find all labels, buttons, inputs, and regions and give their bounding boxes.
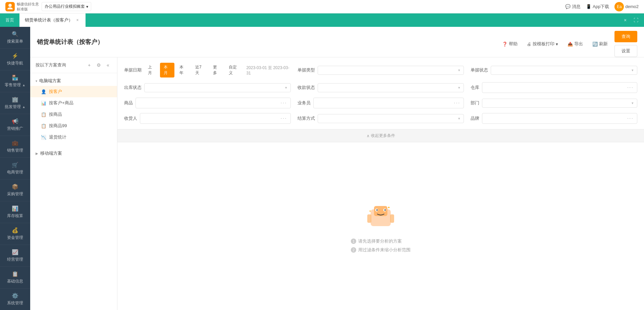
payment-label: 结算方式	[298, 115, 315, 121]
filter-date: 单据日期 上月 本月 本年 近7天 更多 自定义 20	[124, 63, 291, 78]
company-selector[interactable]: 办公用品行业模拟账套 ▾	[42, 2, 91, 11]
marketing-icon: 📢	[12, 118, 18, 124]
dept-label: 部门	[471, 100, 479, 106]
date-tab-this-month[interactable]: 本月	[160, 63, 174, 78]
date-range: 2023-03-01 至 2023-03-31	[246, 65, 290, 75]
filter-row-3: 商品 ··· 业务员 ···	[124, 98, 637, 108]
date-tab-more[interactable]: 更多	[209, 63, 224, 78]
collapse-bar[interactable]: ∧ 收起更多条件	[117, 130, 644, 142]
refresh-button[interactable]: 🔄 刷新	[590, 40, 610, 48]
filter-payment: 结算方式 ▾	[298, 114, 464, 123]
main-layout: 🔍 搜索菜单 ⚡ 快捷导航 🏪 零售管理 ▲ 🏢 批发管理 ▲ 📢 营销推广	[0, 27, 644, 310]
template-print-button[interactable]: 🖨 按模板打印 ▾	[524, 40, 561, 48]
left-panel-header: 按以下方案查询 + ⚙ «	[30, 57, 117, 73]
customer-icon: 👤	[41, 89, 46, 94]
receipt-status-label: 收款状态	[298, 85, 315, 91]
help-button[interactable]: ❓ 帮助	[499, 40, 520, 48]
empty-icon: ✦ ✦	[364, 199, 397, 233]
logo-area: 畅捷信好生意 标准版	[5, 2, 39, 11]
date-tab-last-7[interactable]: 近7天	[192, 63, 208, 78]
receiver-input[interactable]: ···	[140, 113, 291, 124]
logo-icon	[5, 2, 15, 11]
window-expand-button[interactable]: ⛶	[632, 16, 640, 24]
query-button[interactable]: 查询	[614, 31, 637, 42]
sidebar-item-operation[interactable]: 📈 经营管理	[0, 245, 30, 267]
add-scheme-button[interactable]: +	[86, 61, 93, 69]
date-tab-last-month[interactable]: 上月	[144, 63, 159, 78]
scheme-settings-button[interactable]: ⚙	[95, 61, 102, 69]
warehouse-dots: ···	[627, 85, 634, 91]
empty-state: ✦ ✦ 1 请先选择要分析的方案 2 用过滤条件来缩小分析范围	[117, 142, 644, 310]
sidebar-item-purchase[interactable]: 📦 采购管理	[0, 179, 30, 201]
scheme-group-mobile: ▶ 移动端方案	[30, 146, 117, 161]
left-panel-title: 按以下方案查询	[36, 62, 66, 68]
filter-row-2: 出库状态 ▾ 收款状态 ▾	[124, 82, 637, 93]
scheme-group-header-desktop[interactable]: ▾ 电脑端方案	[30, 76, 117, 86]
filter-staff: 业务员 ···	[298, 98, 464, 108]
content-filter: 单据日期 上月 本月 本年 近7天 更多 自定义 20	[117, 57, 644, 130]
date-label: 单据日期	[124, 67, 142, 73]
sales-icon: 💼	[12, 140, 18, 146]
sidebar-item-marketing[interactable]: 📢 营销推广	[0, 114, 30, 136]
export-button[interactable]: 📤 导出	[565, 40, 586, 48]
payment-select[interactable]: ▾	[318, 114, 464, 123]
tab-active[interactable]: 销货单统计表（按客户） ×	[19, 13, 86, 27]
sidebar-item-inventory[interactable]: 📊 库存核算	[0, 201, 30, 223]
goods-label: 商品	[124, 100, 133, 106]
user-avatar[interactable]: Ea demo2	[614, 2, 639, 11]
tab-close-button[interactable]: ×	[75, 17, 80, 23]
sidebar-item-system[interactable]: ⚙️ 系统管理	[0, 289, 30, 310]
scheme-item-by-customer[interactable]: 👤 按客户	[30, 86, 117, 97]
svg-rect-7	[367, 214, 371, 223]
scheme-group-header-mobile[interactable]: ▶ 移动端方案	[30, 148, 117, 158]
shortcut-icon: ⚡	[12, 53, 18, 59]
sidebar-item-shortcut[interactable]: ⚡ 快捷导航	[0, 49, 30, 70]
brand-input[interactable]: ···	[482, 113, 637, 124]
dept-select[interactable]: ▾	[482, 99, 637, 108]
scheme-item-return-stats[interactable]: 📉 退货统计	[30, 132, 117, 143]
receiver-label: 收货人	[124, 115, 137, 121]
basic-icon: 📋	[12, 271, 18, 277]
sidebar-item-retail[interactable]: 🏪 零售管理 ▲	[0, 70, 30, 92]
date-tab-this-year[interactable]: 本年	[176, 63, 190, 78]
operation-icon: 📈	[12, 249, 18, 255]
tab-home[interactable]: 首页	[0, 13, 19, 27]
warehouse-input[interactable]: ···	[482, 82, 637, 93]
staff-label: 业务员	[298, 100, 311, 106]
sidebar-item-sales[interactable]: 💼 销售管理	[0, 136, 30, 158]
out-status-select[interactable]: ▾	[144, 83, 291, 92]
filter-out-status: 出库状态 ▾	[124, 83, 291, 92]
sidebar-item-search[interactable]: 🔍 搜索菜单	[0, 27, 30, 49]
page-actions: ❓ 帮助 🖨 按模板打印 ▾ 📤 导出 🔄 刷新 查询	[499, 31, 637, 57]
sidebar-item-wholesale[interactable]: 🏢 批发管理 ▲	[0, 92, 30, 114]
sidebar: 🔍 搜索菜单 ⚡ 快捷导航 🏪 零售管理 ▲ 🏢 批发管理 ▲ 📢 营销推广	[0, 27, 30, 310]
scheme-item-by-goods[interactable]: 📋 按商品	[30, 109, 117, 120]
goods-dots: ···	[280, 100, 287, 106]
date-tab-custom[interactable]: 自定义	[225, 63, 243, 78]
avatar: Ea	[614, 2, 624, 11]
scheme-item-customer-goods[interactable]: 📊 按客户+商品	[30, 97, 117, 109]
sidebar-item-basic[interactable]: 📋 基础信息	[0, 267, 30, 289]
settings-button[interactable]: 设置	[614, 45, 637, 57]
sidebar-item-ecom[interactable]: 🛒 电商管理	[0, 158, 30, 179]
filter-receiver: 收货人 ···	[124, 113, 291, 124]
filter-doc-type: 单据类型 ▾	[298, 66, 464, 75]
scheme-item-by-goods-99[interactable]: 📋 按商品99	[30, 120, 117, 132]
svg-text:✦: ✦	[369, 210, 371, 213]
filter-warehouse: 仓库 ···	[471, 82, 637, 93]
doc-type-select[interactable]: ▾	[318, 66, 464, 75]
collapse-panel-button[interactable]: «	[104, 61, 112, 69]
app-download-button[interactable]: 📱 App下载	[586, 4, 609, 10]
top-header: 畅捷信好生意 标准版 办公用品行业模拟账套 ▾ 💬 消息 📱 App下载 Ea …	[0, 0, 644, 13]
window-close-button[interactable]: ×	[621, 16, 629, 24]
group-expand-arrow-mobile: ▶	[36, 152, 38, 155]
doc-status-select[interactable]: ▾	[491, 66, 637, 75]
sidebar-item-finance[interactable]: 💰 资金管理	[0, 223, 30, 245]
goods-input[interactable]: ···	[136, 98, 291, 108]
inner-layout: 按以下方案查询 + ⚙ « ▾ 电脑端方案 👤 按客户	[30, 57, 644, 310]
message-button[interactable]: 💬 消息	[565, 4, 581, 10]
left-panel-actions: + ⚙ «	[86, 61, 112, 69]
svg-point-0	[8, 4, 12, 7]
receipt-status-select[interactable]: ▾	[318, 83, 464, 92]
staff-input[interactable]: ···	[313, 98, 464, 108]
